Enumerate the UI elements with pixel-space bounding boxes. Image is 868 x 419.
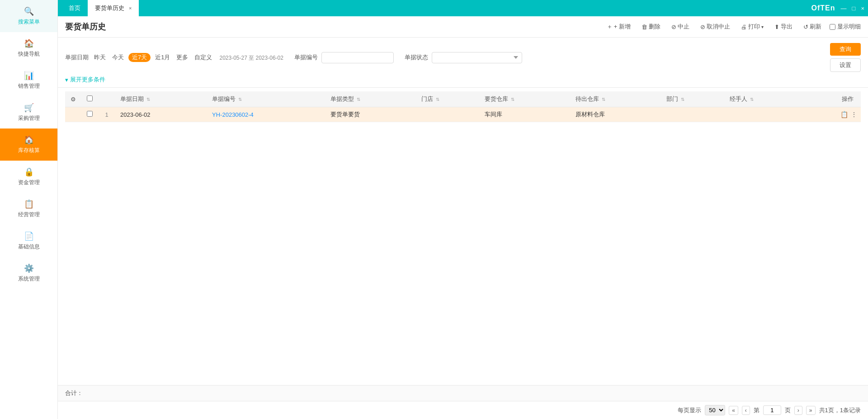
print-button[interactable]: 🖨 打印 ▾ [738,21,766,33]
refresh-button[interactable]: ↺ 刷新 [801,21,824,33]
date-shortcut-today[interactable]: 今天 [110,53,126,62]
finance-icon: 🔒 [24,167,34,177]
sidebar: 🔍 搜索菜单 🏠 快捷导航 📊 销售管理 🛒 采购管理 🏠 库存核算 🔒 资金管… [0,0,58,419]
export-icon: ⬆ [774,24,779,30]
date-shortcut-7days[interactable]: 近7天 [128,53,151,62]
delete-button[interactable]: 🗑 删除 [639,21,663,33]
expand-label: 展开更多条件 [70,76,105,84]
date-shortcut-custom[interactable]: 自定义 [193,53,214,62]
sort-pending-warehouse-icon: ⇅ [602,97,605,102]
tab-home-label: 首页 [69,4,80,12]
sidebar-item-label: 搜索菜单 [18,18,40,26]
export-button[interactable]: ⬆ 导出 [772,21,795,33]
col-store[interactable]: 门店 ⇅ [417,91,480,107]
suspend-button[interactable]: ⊘ 中止 [669,21,692,33]
sidebar-item-label: 快捷导航 [18,50,40,58]
sort-doc-number-icon: ⇅ [238,97,242,102]
main-area: 首页 要货单历史 × OfTEn — □ × 要货单历史 ＋ + 新增 🗑 [58,0,868,419]
window-close-btn[interactable]: × [861,5,864,12]
doc-status-select[interactable] [432,52,522,63]
tab-requisition-history[interactable]: 要货单历史 × [88,0,139,16]
col-settings[interactable]: ⚙ [65,91,81,107]
tab-home[interactable]: 首页 [61,0,88,16]
col-req-warehouse[interactable]: 要货仓库 ⇅ [480,91,571,107]
row-settings [65,107,81,122]
sidebar-item-label: 库存核算 [18,147,40,154]
sidebar-item-inventory[interactable]: 🏠 库存核算 [0,129,57,161]
next-page-button[interactable]: › [794,406,802,415]
last-page-button[interactable]: » [806,406,816,415]
sidebar-item-quick-nav[interactable]: 🏠 快捷导航 [0,32,57,64]
col-doc-date[interactable]: 单据日期 ⇅ [116,91,208,107]
tab-requisition-history-label: 要货单历史 [95,4,124,12]
sidebar-item-operations-mgmt[interactable]: 📋 经营管理 [0,193,57,225]
query-button[interactable]: 查询 [830,43,861,56]
doc-number-label: 单据编号 [294,53,318,62]
select-all-checkbox[interactable] [87,95,93,101]
col-action: 操作 [802,91,861,107]
sidebar-item-system-mgmt[interactable]: ⚙️ 系统管理 [0,257,57,289]
sidebar-item-search-menu[interactable]: 🔍 搜索菜单 [0,0,57,32]
col-num [98,91,116,107]
row-checkbox[interactable] [81,107,98,122]
page-number-input[interactable] [763,405,781,415]
print-label: 打印 [748,23,760,31]
tab-bar-right: OfTEn — □ × [811,4,864,12]
date-filter: 单据日期 昨天 今天 近7天 近1月 更多 自定义 2023-05-27 至 2… [65,53,283,62]
col-doc-number[interactable]: 单据编号 ⇅ [208,91,326,107]
col-handler[interactable]: 经手人 ⇅ [725,91,802,107]
window-minimize-btn[interactable]: — [841,5,847,12]
sidebar-item-label: 资金管理 [18,179,40,186]
col-pending-warehouse[interactable]: 待出仓库 ⇅ [571,91,662,107]
cancel-suspend-icon: ⊘ [700,24,705,30]
row-doc-number[interactable]: YH-20230602-4 [208,107,326,122]
date-shortcuts: 昨天 今天 近7天 近1月 更多 自定义 [92,53,214,62]
date-shortcut-more[interactable]: 更多 [175,53,190,62]
summary-label: 合计： [65,389,83,397]
sidebar-item-sales-mgmt[interactable]: 📊 销售管理 [0,64,57,96]
sidebar-item-purchase-mgmt[interactable]: 🛒 采购管理 [0,96,57,129]
sidebar-item-label: 基础信息 [18,243,40,251]
print-icon: 🖨 [741,24,747,30]
operations-icon: 📋 [24,199,34,209]
date-range-display: 2023-05-27 至 2023-06-02 [219,54,283,62]
per-page-select[interactable]: 50 [705,405,725,415]
sidebar-item-basic-info[interactable]: 📄 基础信息 [0,225,57,257]
page-content: 要货单历史 ＋ + 新增 🗑 删除 ⊘ 中止 ⊘ 取消中止 [58,16,868,419]
display-detail-toggle[interactable]: 显示明细 [830,23,861,31]
row-department [662,107,725,122]
col-department[interactable]: 部门 ⇅ [662,91,725,107]
table-header-row: ⚙ 单据日期 ⇅ 单据编号 ⇅ [65,91,861,107]
row-store [417,107,480,122]
setting-button[interactable]: 设置 [830,58,861,72]
sort-department-icon: ⇅ [681,97,684,102]
date-shortcut-yesterday[interactable]: 昨天 [92,53,108,62]
suspend-label: 中止 [678,23,689,31]
date-shortcut-1month[interactable]: 近1月 [153,53,172,62]
sidebar-item-label: 系统管理 [18,275,40,283]
sales-icon: 📊 [24,71,34,81]
row-doc-type: 要货单要货 [326,107,417,122]
table-area: ⚙ 单据日期 ⇅ 单据编号 ⇅ [58,88,868,385]
doc-number-input[interactable] [321,52,394,63]
sidebar-item-label: 经营管理 [18,211,40,219]
refresh-icon: ↺ [803,24,808,30]
print-dropdown-icon: ▾ [761,24,764,29]
delete-icon: 🗑 [642,24,647,30]
table-body: 1 2023-06-02 YH-20230602-4 要货单要货 车间库 原材料… [65,107,861,122]
doc-status-filter: 单据状态 [405,52,522,63]
row-more-icon[interactable]: ⋮ [851,111,857,118]
tab-close-icon[interactable]: × [129,5,132,11]
new-button[interactable]: ＋ + 新增 [604,21,633,33]
sidebar-item-finance-mgmt[interactable]: 🔒 资金管理 [0,161,57,193]
row-edit-icon[interactable]: 📋 [840,111,848,118]
cancel-suspend-button[interactable]: ⊘ 取消中止 [698,21,733,33]
expand-conditions-button[interactable]: ▾ 展开更多条件 [65,76,861,84]
first-page-button[interactable]: « [729,406,738,415]
display-detail-checkbox[interactable] [830,24,835,30]
row-doc-date: 2023-06-02 [116,107,208,122]
sort-store-icon: ⇅ [436,97,439,102]
prev-page-button[interactable]: ‹ [742,406,750,415]
window-maximize-btn[interactable]: □ [852,5,856,12]
col-doc-type[interactable]: 单据类型 ⇅ [326,91,417,107]
